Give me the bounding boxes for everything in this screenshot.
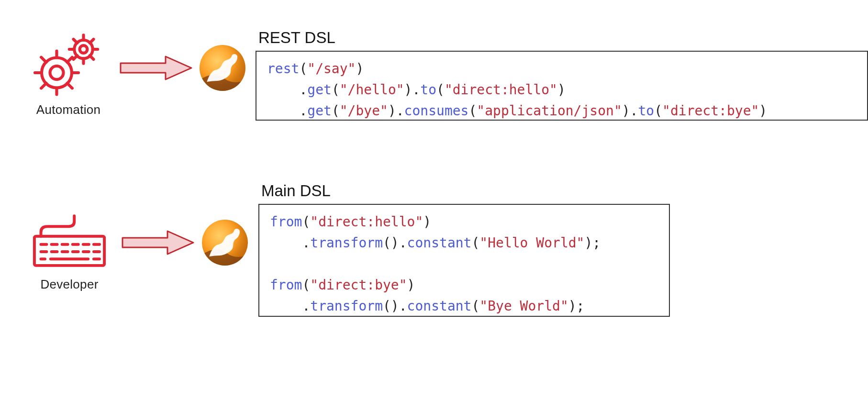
keyboard-icon (29, 207, 110, 274)
main-dsl-title: Main DSL (261, 182, 670, 200)
developer-label: Developer (40, 277, 98, 292)
left-automation: Automation (19, 33, 118, 117)
arrow-developer (120, 228, 196, 257)
gears-icon (28, 33, 109, 100)
rest-dsl-block: REST DSL rest("/say") .get("/hello").to(… (256, 29, 868, 121)
row-main: Developer Main DSL from("direct:hello") … (0, 182, 868, 317)
automation-label: Automation (36, 102, 101, 117)
svg-point-2 (80, 45, 88, 53)
main-dsl-block: Main DSL from("direct:hello") .transform… (258, 182, 670, 317)
camel-icon-bottom (196, 220, 254, 266)
row-rest: Automation REST DSL rest("/say") (0, 29, 868, 121)
camel-icon-top (194, 45, 251, 91)
svg-point-0 (50, 66, 64, 79)
arrow-automation (118, 54, 194, 82)
left-developer: Developer (19, 207, 120, 292)
rest-dsl-title: REST DSL (258, 29, 868, 47)
main-dsl-code: from("direct:hello") .transform().consta… (258, 204, 670, 317)
rest-dsl-code: rest("/say") .get("/hello").to("direct:h… (256, 51, 868, 121)
diagram-canvas: Automation REST DSL rest("/say") (0, 0, 868, 401)
